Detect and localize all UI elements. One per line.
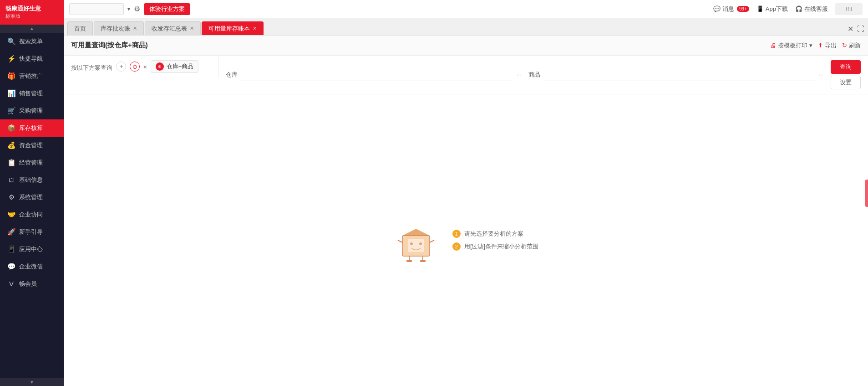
sidebar-label-finance: 资金管理: [19, 141, 43, 149]
warehouse-input[interactable]: [240, 68, 513, 81]
svg-rect-10: [406, 260, 412, 262]
topbar-right: 💬 消息 99+ 📱 App下载 🎧 在线客服 Rit: [713, 3, 863, 15]
product-field-group: 商品 ···: [528, 68, 824, 81]
sidebar-header: 畅康通好生意 标准版: [0, 0, 64, 25]
finance-icon: 💰: [7, 141, 15, 149]
sidebar-item-new-guide[interactable]: 🚀 新手引导: [0, 223, 64, 241]
tab-home[interactable]: 首页: [67, 21, 93, 35]
sidebar-label-operations: 经营管理: [19, 159, 43, 167]
sidebar-item-wechat-biz[interactable]: 💬 企业微信: [0, 258, 64, 275]
main-area: ▾ ⚙ 体验行业方案 💬 消息 99+ 📱 App下载 🎧 在线客服 Rit: [64, 0, 868, 386]
print-template-label: 按模板打印: [778, 41, 807, 50]
svg-line-6: [398, 240, 402, 242]
add-scheme-button[interactable]: ＋: [116, 62, 126, 72]
tab-batch-account-close[interactable]: ✕: [133, 26, 137, 31]
print-template-button[interactable]: 🖨 按模板打印 ▾: [770, 41, 812, 50]
tab-recv-summary[interactable]: 收发存汇总表 ✕: [145, 21, 201, 35]
empty-illustration: [393, 217, 439, 263]
sidebar-item-app-center[interactable]: 📱 应用中心: [0, 241, 64, 258]
print-dropdown-icon[interactable]: ▾: [809, 42, 812, 49]
tab-recv-summary-label: 收发存汇总表: [152, 25, 187, 33]
sidebar-label-wechat-biz: 企业微信: [19, 262, 43, 271]
product-more-button[interactable]: ···: [819, 72, 823, 78]
sidebar-item-marketing[interactable]: 🎁 营销推广: [0, 67, 64, 85]
sidebar-item-purchase[interactable]: 🛒 采购管理: [0, 102, 64, 119]
sidebar-item-finance[interactable]: 💰 资金管理: [0, 137, 64, 154]
message-badge: 99+: [737, 6, 749, 12]
tab-batch-account-label: 库存批次账: [101, 25, 130, 33]
settings-button[interactable]: 设置: [831, 76, 861, 89]
empty-state-inner: 1 请先选择要分析的方案 2 用[过滤]条件来缩小分析范围: [393, 217, 538, 263]
app-download-item[interactable]: 📱 App下载: [756, 5, 788, 13]
sidebar-item-search[interactable]: 🔍 搜索菜单: [0, 33, 64, 50]
warehouse-product-scheme[interactable]: ⊕ 仓库+商品: [151, 60, 199, 73]
base-info-icon: 🗂: [7, 176, 15, 184]
tab-batch-account[interactable]: 库存批次账 ✕: [94, 21, 144, 35]
topbar-search-input[interactable]: [69, 3, 124, 15]
sidebar-item-member[interactable]: V 畅会员: [0, 275, 64, 293]
warehouse-more-button[interactable]: ···: [516, 72, 521, 78]
svg-point-5: [419, 242, 422, 245]
collapse-filter-button[interactable]: «: [143, 63, 147, 70]
tabs-actions: ✕ ⛶: [848, 25, 864, 35]
sidebar-item-enterprise[interactable]: 🤝 企业协同: [0, 206, 64, 223]
sidebar-label-new-guide: 新手引导: [19, 228, 43, 236]
sidebar-item-sales[interactable]: 📊 销售管理: [0, 85, 64, 102]
topbar-dropdown-button[interactable]: ▾: [127, 3, 130, 15]
sidebar-item-shortcut[interactable]: ⚡ 快捷导航: [0, 50, 64, 67]
sidebar-label-member: 畅会员: [19, 280, 37, 288]
system-icon: ⚙: [7, 193, 15, 201]
sidebar-item-inventory[interactable]: 📦 库存核算: [0, 119, 64, 137]
query-button[interactable]: 查询: [831, 60, 861, 74]
topbar-gear-icon[interactable]: ⚙: [134, 5, 140, 13]
sidebar-item-operations[interactable]: 📋 经营管理: [0, 154, 64, 171]
tabs-bar: 首页 库存批次账 ✕ 收发存汇总表 ✕ 可用量库存账本 ✕ ✕ ⛶: [64, 18, 868, 36]
page-header: 可用量查询(按仓库+商品) 🖨 按模板打印 ▾ ⬆ 导出 ↻ 刷新: [64, 36, 868, 56]
industry-plan-button[interactable]: 体验行业方案: [144, 3, 190, 15]
sidebar-item-system[interactable]: ⚙ 系统管理: [0, 189, 64, 206]
user-avatar[interactable]: Rit: [835, 3, 863, 15]
svg-point-4: [410, 242, 413, 245]
scheme-label: 仓库+商品: [167, 62, 194, 71]
topbar: ▾ ⚙ 体验行业方案 💬 消息 99+ 📱 App下载 🎧 在线客服 Rit: [64, 0, 868, 18]
message-label: 消息: [722, 5, 734, 13]
scheme-logo-icon: ⊕: [156, 62, 164, 71]
refresh-button[interactable]: ↻ 刷新: [842, 41, 861, 50]
sidebar: 畅康通好生意 标准版 ▲ 🔍 搜索菜单 ⚡ 快捷导航 🎁 营销推广 📊 销售管理…: [0, 0, 64, 386]
headset-icon: 🎧: [795, 5, 802, 12]
svg-marker-1: [402, 229, 430, 236]
tab-fullscreen-button[interactable]: ⛶: [857, 25, 864, 33]
refresh-label: 刷新: [849, 41, 861, 50]
online-support-item[interactable]: 🎧 在线客服: [795, 5, 828, 13]
app-name: 畅康通好生意: [5, 5, 58, 13]
warehouse-label: 仓库: [226, 71, 238, 79]
warehouse-field-group: 仓库 ···: [226, 68, 521, 81]
sidebar-scroll-down[interactable]: ▼: [0, 378, 64, 386]
user-display-name: Rit: [846, 6, 853, 12]
tab-available-stock[interactable]: 可用量库存账本 ✕: [202, 21, 264, 35]
export-button[interactable]: ⬆ 导出: [818, 41, 837, 50]
empty-state: 1 请先选择要分析的方案 2 用[过滤]条件来缩小分析范围: [64, 94, 868, 386]
message-icon: 💬: [713, 5, 721, 12]
tab-recv-summary-close[interactable]: ✕: [190, 26, 194, 31]
product-input[interactable]: [543, 68, 816, 81]
tip-item-2: 2 用[过滤]条件来缩小分析范围: [452, 242, 538, 251]
tip-item-1: 1 请先选择要分析的方案: [452, 230, 538, 238]
tab-home-label: 首页: [74, 25, 86, 33]
app-download-label: App下载: [766, 5, 788, 13]
tip-text-1: 请先选择要分析的方案: [464, 230, 523, 238]
tab-available-stock-close[interactable]: ✕: [253, 26, 257, 31]
sidebar-item-base-info[interactable]: 🗂 基础信息: [0, 171, 64, 189]
sidebar-label-search: 搜索菜单: [19, 37, 43, 46]
tab-close-all-button[interactable]: ✕: [848, 25, 853, 33]
sidebar-scroll-up[interactable]: ▲: [0, 25, 64, 33]
product-label: 商品: [528, 71, 540, 79]
filter-label: 按以下方案查询: [71, 61, 112, 72]
print-icon: 🖨: [770, 42, 776, 49]
enterprise-icon: 🤝: [7, 211, 15, 219]
page-header-actions: 🖨 按模板打印 ▾ ⬆ 导出 ↻ 刷新: [770, 41, 861, 50]
message-item[interactable]: 💬 消息 99+: [713, 5, 749, 13]
app-version: 标准版: [5, 13, 58, 20]
sidebar-label-enterprise: 企业协同: [19, 211, 43, 219]
settings-scheme-button[interactable]: ⊙: [130, 62, 140, 72]
